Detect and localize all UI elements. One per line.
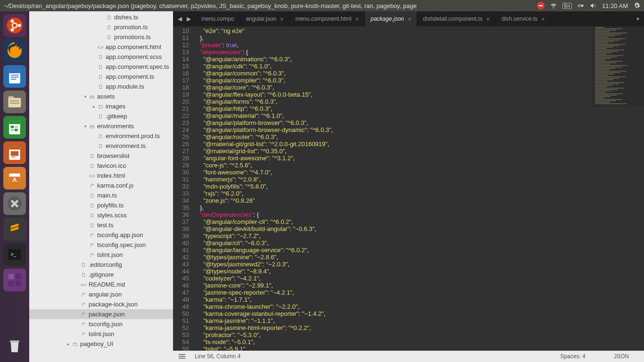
tab[interactable]: menu.compo <box>196 11 240 26</box>
file-icon: 🗋 <box>88 193 96 198</box>
tab-close-icon[interactable]: × <box>355 16 359 23</box>
launcher-sublime[interactable] <box>3 218 26 240</box>
code-editor[interactable]: 1011121314151617181920212223242526272829… <box>173 26 644 351</box>
svg-rect-23 <box>11 151 19 156</box>
tree-file[interactable]: 🗋.gitignore <box>29 270 173 280</box>
tab-next-icon[interactable]: ▶ <box>187 16 191 22</box>
svg-text:>_: >_ <box>11 252 17 257</box>
tree-file[interactable]: /*package-lock.json <box>29 299 173 309</box>
tree-file[interactable]: /*tslint.json <box>29 250 173 260</box>
launcher-workspace[interactable] <box>3 269 26 291</box>
tab[interactable]: dishdetail.component.ts× <box>417 11 496 26</box>
tree-file[interactable]: /*tsconfig.app.json <box>29 230 173 240</box>
tree-folder[interactable]: ▸🗀images <box>29 101 173 111</box>
tree-file[interactable]: /*package.json <box>29 309 173 319</box>
tab-close-icon[interactable]: × <box>541 16 545 23</box>
file-tree-sidebar[interactable]: 🗋dishes.ts🗋promotion.ts🗋promotions.ts<>a… <box>29 11 173 362</box>
launcher-files[interactable] <box>3 90 26 113</box>
tab-overflow-icon[interactable]: ▾ <box>632 11 644 26</box>
tree-arrow-icon[interactable]: ▾ <box>83 124 88 129</box>
tree-file[interactable]: <>README.md <box>29 280 173 289</box>
svg-rect-19 <box>11 129 14 131</box>
tree-file[interactable]: 🗋app.module.ts <box>29 82 173 91</box>
wifi-icon[interactable] <box>550 2 557 9</box>
code-content[interactable]: "e2e": "ng e2e" }, "private": true, "dep… <box>195 26 644 351</box>
launcher-writer[interactable] <box>3 65 26 88</box>
tab-close-icon[interactable]: × <box>408 16 412 23</box>
launcher-ubuntu[interactable] <box>3 14 26 37</box>
tree-file[interactable]: /*tslint.json <box>29 329 173 339</box>
tree-file[interactable]: 🗋app.component.spec.ts <box>29 62 173 72</box>
tab-label: angular.json <box>246 16 276 22</box>
system-tray: En 11:20 AM <box>537 2 640 9</box>
tree-file[interactable]: <>index.html <box>29 171 173 181</box>
tree-arrow-icon[interactable]: ▾ <box>83 94 88 99</box>
tab[interactable]: package.json× <box>365 11 417 26</box>
launcher-terminal[interactable]: >_ <box>3 243 26 266</box>
tree-file[interactable]: 🗋dishes.ts <box>29 12 173 22</box>
tab-prev-icon[interactable]: ◀ <box>178 16 182 22</box>
indent-setting[interactable]: Spaces: 4 <box>561 353 586 360</box>
tab-close-icon[interactable]: × <box>486 16 490 23</box>
tree-file[interactable]: /*angular.json <box>29 289 173 299</box>
tree-file[interactable]: 🗋main.ts <box>29 190 173 200</box>
folder-icon: 🗀 <box>96 104 105 109</box>
launcher-firefox[interactable] <box>3 40 26 62</box>
tree-file[interactable]: 🗋test.ts <box>29 220 173 230</box>
tree-arrow-icon[interactable]: ▸ <box>66 342 71 346</box>
folder-icon: 🗀 <box>71 341 79 347</box>
tree-file[interactable]: 🗋.gitkeep <box>29 111 173 121</box>
tree-file[interactable]: 🗋.editorconfig <box>29 260 173 270</box>
clock[interactable]: 11:20 AM <box>602 2 628 9</box>
tree-folder[interactable]: ▾🗁assets <box>29 91 173 101</box>
syntax-mode[interactable]: JSON <box>614 353 629 360</box>
tree-folder[interactable]: ▸🗀pageboy_UI <box>29 339 173 349</box>
tab-label: dishdetail.component.ts <box>423 16 482 22</box>
tree-file[interactable]: /*karma.conf.js <box>29 181 173 190</box>
file-icon: 🗋 <box>105 15 113 20</box>
file-icon: 🗋 <box>105 25 113 30</box>
launcher-impress[interactable] <box>3 141 26 164</box>
volume-icon[interactable] <box>590 2 596 9</box>
minimap[interactable] <box>592 26 644 107</box>
tree-file[interactable]: 🗋browserslist <box>29 151 173 161</box>
tree-arrow-icon[interactable]: ▸ <box>91 104 96 109</box>
tree-label: environment.prod.ts <box>105 132 160 140</box>
tree-file[interactable]: 🗋environment.prod.ts <box>29 131 173 141</box>
tab[interactable]: angular.json× <box>240 11 289 26</box>
tree-label: tslint.json <box>96 251 123 258</box>
svg-point-2 <box>18 24 21 27</box>
gear-icon[interactable] <box>634 2 640 9</box>
tree-folder[interactable]: ▾🗁environments <box>29 121 173 131</box>
file-icon: /* <box>79 302 88 307</box>
tree-file[interactable]: /*tsconfig.json <box>29 319 173 329</box>
tab[interactable]: dish.service.ts× <box>496 11 551 26</box>
close-icon[interactable] <box>537 2 545 9</box>
tree-file[interactable]: 🗋promotion.ts <box>29 22 173 32</box>
tree-file[interactable]: /*tsconfig.spec.json <box>29 240 173 250</box>
editor-area: ◀ ▶ menu.compoangular.json×menu.componen… <box>173 11 644 362</box>
svg-rect-34 <box>16 281 21 287</box>
tree-label: promotions.ts <box>113 33 151 41</box>
launcher-calc[interactable] <box>3 116 26 139</box>
cursor-position[interactable]: Line 56, Column 4 <box>195 353 240 360</box>
tree-file[interactable]: 🗋app.component.scss <box>29 52 173 62</box>
launcher-software[interactable]: A <box>3 167 26 189</box>
file-icon: <> <box>88 173 96 179</box>
battery-icon[interactable] <box>578 2 584 9</box>
tab-close-icon[interactable]: × <box>280 16 284 23</box>
lang-indicator[interactable]: En <box>562 3 572 9</box>
tree-file[interactable]: 🗋app.component.ts <box>29 72 173 82</box>
system-menubar: ~/Desktop/ran_angular/pageboy/package.js… <box>0 0 644 11</box>
tree-file[interactable]: 🗋styles.scss <box>29 210 173 220</box>
menu-icon[interactable] <box>179 354 185 359</box>
tree-file[interactable]: 🗋polyfills.ts <box>29 200 173 210</box>
launcher-settings[interactable] <box>3 192 26 215</box>
tab[interactable]: menu.component.html× <box>290 11 365 26</box>
tab-nav[interactable]: ◀ ▶ <box>173 11 196 26</box>
tree-file[interactable]: <>app.component.html <box>29 42 173 52</box>
tree-file[interactable]: 🗋environment.ts <box>29 141 173 151</box>
tree-file[interactable]: 🗋favicon.ico <box>29 161 173 171</box>
launcher-trash[interactable] <box>3 335 26 357</box>
tree-file[interactable]: 🗋promotions.ts <box>29 32 173 42</box>
